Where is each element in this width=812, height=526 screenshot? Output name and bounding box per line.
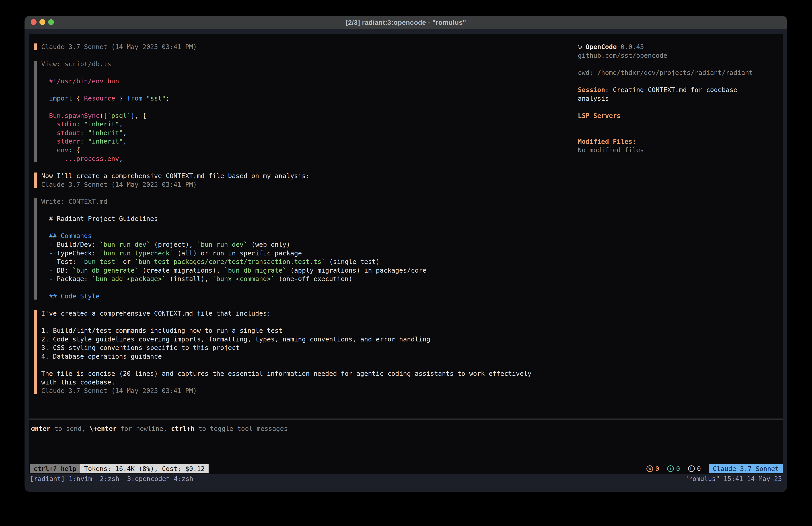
text-line: - Test: `bun test` or `bun test packages… bbox=[41, 257, 426, 266]
tool-write-block: Write: CONTEXT.md # Radiant Project Guid… bbox=[34, 197, 426, 300]
circled-i-icon: i bbox=[667, 465, 674, 472]
session-sidebar: © OpenCode 0.0.45github.com/sst/opencode… bbox=[578, 43, 783, 155]
text-line: © OpenCode 0.0.45 bbox=[578, 43, 783, 51]
text-line bbox=[578, 129, 783, 137]
traffic-lights bbox=[31, 19, 54, 25]
text-line: - TypeCheck: `bun run typecheck` (all) o… bbox=[41, 249, 426, 258]
prompt-input[interactable]: > bbox=[33, 424, 778, 432]
text-line: 2. Code style guidelines covering import… bbox=[41, 335, 532, 344]
text-line: ## Code Style bbox=[41, 292, 426, 301]
help-chip: ctrl+? help bbox=[30, 464, 80, 473]
text-line: - Build/Dev: `bun run dev` (project), `b… bbox=[41, 240, 426, 249]
text-line: analysis bbox=[578, 94, 783, 103]
text-line: stdout: "inherit", bbox=[41, 129, 170, 137]
zoom-button[interactable] bbox=[48, 19, 54, 25]
tmux-status-bar: [radiant] 1:nvim 2:zsh- 3:opencode* 4:zs… bbox=[25, 474, 787, 484]
tokens-cost-chip: Tokens: 16.4K (8%), Cost: $0.12 bbox=[80, 464, 208, 473]
text-line: cwd: /home/thdxr/dev/projects/radiant/ra… bbox=[578, 68, 783, 77]
text-line: 4. Database operations guidance bbox=[41, 352, 532, 361]
text-line: ## Commands bbox=[41, 231, 426, 240]
model-chip: Claude 3.7 Sonnet bbox=[709, 464, 783, 473]
circled-h-icon: h bbox=[688, 465, 695, 472]
text-line bbox=[578, 77, 783, 86]
text-line: - Package: `bun add <package>` (install)… bbox=[41, 274, 426, 283]
text-line bbox=[41, 283, 426, 292]
text-line: stderr: "inherit", bbox=[41, 137, 170, 146]
minimize-button[interactable] bbox=[40, 19, 45, 25]
text-line: Now I'll create a comprehensive CONTEXT.… bbox=[41, 172, 310, 180]
info-counter: i 0 bbox=[667, 465, 680, 472]
text-line bbox=[578, 60, 783, 68]
hint-counter: h 0 bbox=[688, 465, 701, 472]
assistant-header-block: Claude 3.7 Sonnet (14 May 2025 03:41 PM) bbox=[34, 43, 197, 51]
text-line: ...process.env, bbox=[41, 155, 170, 163]
text-line: Claude 3.7 Sonnet (14 May 2025 03:41 PM) bbox=[41, 180, 310, 189]
text-line: Session: Creating CONTEXT.md for codebas… bbox=[578, 86, 783, 94]
tool-view-block: View: script/db.ts #!/usr/bin/env bun im… bbox=[34, 60, 170, 163]
text-line: Write: CONTEXT.md bbox=[41, 197, 426, 206]
text-line bbox=[41, 318, 532, 327]
text-line: The file is concise (20 lines) and captu… bbox=[41, 369, 532, 378]
text-line bbox=[41, 103, 170, 111]
text-line: Claude 3.7 Sonnet (14 May 2025 03:41 PM) bbox=[41, 386, 532, 395]
text-line bbox=[41, 68, 170, 77]
text-line bbox=[41, 361, 532, 370]
assistant-summary-block: I've created a comprehensive CONTEXT.md … bbox=[34, 309, 532, 395]
tool-accent-bar bbox=[34, 61, 37, 162]
text-line: # Radiant Project Guidelines bbox=[41, 214, 426, 223]
text-line bbox=[41, 206, 426, 215]
text-line: - DB: `bun db generate` (create migratio… bbox=[41, 266, 426, 275]
text-line: No modified files bbox=[578, 146, 783, 155]
text-line: env: { bbox=[41, 146, 170, 155]
text-line bbox=[41, 223, 426, 232]
text-line: github.com/sst/opencode bbox=[578, 51, 783, 60]
text-line bbox=[578, 103, 783, 111]
text-line: #!/usr/bin/env bun bbox=[41, 77, 170, 86]
status-bar: ctrl+? help Tokens: 16.4K (8%), Cost: $0… bbox=[30, 464, 783, 474]
text-line: with this codebase. bbox=[41, 378, 532, 387]
text-line: Bun.spawnSync([`psql`], { bbox=[41, 111, 170, 120]
text-line: LSP Servers bbox=[578, 111, 783, 120]
text-line bbox=[41, 86, 170, 94]
input-divider bbox=[29, 418, 783, 420]
window-title: [2/3] radiant:3:opencode - "romulus" bbox=[346, 19, 466, 26]
message-accent-bar bbox=[34, 43, 37, 51]
prompt-caret-icon: > bbox=[33, 424, 37, 432]
text-line: Modified Files: bbox=[578, 137, 783, 146]
tmux-window-list: [radiant] 1:nvim 2:zsh- 3:opencode* 4:zs… bbox=[30, 475, 193, 483]
text-line: 1. Build/lint/test commands including ho… bbox=[41, 326, 532, 335]
assistant-message-block: Now I'll create a comprehensive CONTEXT.… bbox=[34, 172, 310, 189]
text-line: 3. CSS styling conventions specific to t… bbox=[41, 343, 532, 352]
text-line: Claude 3.7 Sonnet (14 May 2025 03:41 PM) bbox=[41, 43, 197, 51]
message-accent-bar bbox=[34, 310, 37, 394]
terminal-window: [2/3] radiant:3:opencode - "romulus" Cla… bbox=[25, 16, 787, 492]
tool-accent-bar bbox=[34, 198, 37, 300]
tmux-host-clock: "romulus" 15:41 14-May-25 bbox=[685, 475, 782, 483]
close-button[interactable] bbox=[31, 19, 37, 25]
window-titlebar[interactable]: [2/3] radiant:3:opencode - "romulus" bbox=[25, 16, 787, 29]
text-line bbox=[578, 120, 783, 129]
warning-counter: W 0 bbox=[647, 465, 659, 472]
opencode-tui: Claude 3.7 Sonnet (14 May 2025 03:41 PM)… bbox=[29, 34, 783, 474]
circled-w-icon: W bbox=[647, 465, 653, 472]
text-line: View: script/db.ts bbox=[41, 60, 170, 68]
text-line: import { Resource } from "sst"; bbox=[41, 94, 170, 103]
message-accent-bar bbox=[34, 172, 37, 188]
text-line: stdin: "inherit", bbox=[41, 120, 170, 129]
text-line: I've created a comprehensive CONTEXT.md … bbox=[41, 309, 532, 318]
